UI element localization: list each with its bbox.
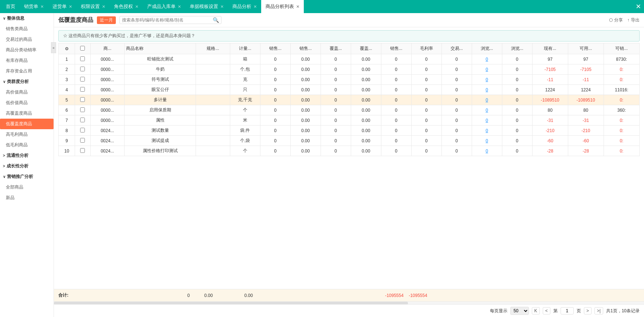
sidebar-item-high-margin[interactable]: 高毛利商品: [0, 129, 54, 140]
per-page-select[interactable]: 50 20 100: [510, 307, 529, 315]
table-row: 50000...多计量克,千克00.0000.0000000-1089510-1…: [59, 95, 640, 105]
row-code: 0000...: [90, 85, 125, 95]
row-stock1: 97: [532, 54, 568, 64]
nav-home[interactable]: 首页: [1, 0, 20, 13]
sidebar-item-low-coverage[interactable]: 低覆盖度商品: [0, 119, 54, 129]
row-stock1: -210: [532, 126, 568, 136]
row-cover2: 0.00: [351, 115, 381, 126]
row-stock1: -28: [532, 146, 568, 156]
close-icon[interactable]: ✕: [102, 4, 105, 9]
row-sales-qty: 0: [260, 64, 290, 75]
row-cover2: 0.00: [351, 95, 381, 105]
col-check[interactable]: [75, 43, 90, 54]
row-cover1: 0: [321, 115, 351, 126]
period-button[interactable]: 近一月: [97, 16, 116, 24]
row-trade: 0: [441, 75, 472, 85]
export-button[interactable]: ↑ 导出: [627, 17, 640, 23]
page-label-after: 页: [577, 308, 581, 314]
row-unit: 米: [230, 115, 260, 126]
row-gross-margin: 0: [411, 136, 441, 146]
row-index: 7: [59, 115, 75, 126]
row-gross-margin: 0: [411, 105, 441, 115]
sidebar-section-overall[interactable]: ∨ 整体信息: [0, 13, 54, 24]
close-icon[interactable]: ✕: [296, 4, 299, 9]
row-browse1: 0: [472, 75, 502, 85]
row-sales2: 0: [381, 136, 411, 146]
nav-roles[interactable]: 角色授权 ✕: [110, 0, 143, 13]
summary-cover2: 0.00: [239, 293, 259, 298]
nav-template-settings[interactable]: 单据模板设置 ✕: [185, 0, 228, 13]
search-input[interactable]: [122, 17, 213, 23]
last-page-button[interactable]: >|: [594, 307, 603, 314]
sidebar-item-low-value[interactable]: 低价值商品: [0, 98, 54, 108]
sidebar-item-low-margin[interactable]: 低毛利商品: [0, 140, 54, 150]
close-icon[interactable]: ✕: [135, 4, 138, 9]
row-sales2: 0: [381, 95, 411, 105]
page-number-input[interactable]: [561, 307, 574, 314]
row-browse1: 0: [472, 85, 502, 95]
row-code: 0000...: [90, 54, 125, 64]
col-gross-margin: 毛利率: [411, 43, 441, 54]
close-all-icon[interactable]: ✕: [636, 3, 641, 11]
next-page-button[interactable]: >: [584, 307, 592, 314]
row-stock2: 80: [568, 105, 604, 115]
sidebar-item-new-goods[interactable]: 新品: [0, 193, 54, 203]
first-page-button[interactable]: K: [532, 307, 540, 314]
row-unit: 克,千克: [230, 95, 260, 105]
row-gross-margin: 0: [411, 64, 441, 75]
summary-stock2: -1095554: [382, 293, 406, 298]
row-stock3: 0:: [604, 136, 639, 146]
row-name: 测试数量: [125, 126, 196, 136]
col-settings[interactable]: ⚙: [59, 43, 75, 54]
search-box[interactable]: 🔍: [119, 16, 221, 24]
share-icon: ⬡: [609, 17, 613, 23]
row-browse2: 0: [502, 54, 532, 64]
sidebar-section-liquidity[interactable]: > 流通性分析: [0, 150, 54, 161]
row-stock3: 8730:: [604, 54, 639, 64]
close-icon[interactable]: ✕: [178, 4, 181, 9]
sidebar-item-high-value[interactable]: 高价值商品: [0, 87, 54, 98]
row-browse1: 0: [472, 64, 502, 75]
nav-sales-order[interactable]: 销货单 ✕: [20, 0, 48, 13]
row-unit: 只: [230, 85, 260, 95]
row-code: 0024...: [90, 136, 125, 146]
row-sales-amt: 0.00: [290, 115, 321, 126]
select-all-checkbox[interactable]: [80, 46, 85, 51]
prev-page-button[interactable]: <: [543, 307, 550, 314]
sidebar-section-growth[interactable]: > 成长性分析: [0, 161, 54, 171]
row-sales-qty: 0: [260, 136, 290, 146]
close-icon[interactable]: ✕: [220, 4, 224, 9]
sidebar-section-marketing[interactable]: ∨ 营销推广分析: [0, 171, 54, 182]
row-code: 0000...: [90, 115, 125, 126]
close-icon[interactable]: ✕: [40, 4, 44, 9]
sidebar-section-cluster[interactable]: ∨ 类群度分析: [0, 76, 54, 87]
sidebar-collapse-button[interactable]: «: [51, 42, 56, 53]
chevron-right-icon: >: [3, 154, 5, 158]
nav-permissions[interactable]: 权限设置 ✕: [76, 0, 110, 13]
row-browse2: 0: [502, 85, 532, 95]
nav-purchase[interactable]: 进货单 ✕: [48, 0, 76, 13]
sidebar-item-stock-capital[interactable]: 库存资金占用: [0, 66, 54, 76]
row-index: 3: [59, 75, 75, 85]
nav-product-analysis[interactable]: 商品分析 ✕: [228, 0, 261, 13]
row-cover2: 0.00: [351, 75, 381, 85]
table-row: 20000...牛奶个,包00.0000.0000000-7105-71050:: [59, 64, 640, 75]
close-icon[interactable]: ✕: [254, 4, 257, 9]
row-sales-qty: 0: [260, 105, 290, 115]
sidebar-item-sales-goods[interactable]: 销售类商品: [0, 24, 54, 34]
row-name: 多计量: [125, 95, 196, 105]
table-container[interactable]: ⚙ 商... 商品名称 规格... 计量... 销售... 销售... 覆盖..…: [54, 43, 644, 289]
col-cover2: 覆盖...: [351, 43, 381, 54]
close-icon[interactable]: ✕: [69, 4, 72, 9]
sidebar-item-traded-goods[interactable]: 交易过的商品: [0, 34, 54, 45]
nav-product-analysis-list[interactable]: 商品分析列表 ✕: [261, 0, 304, 13]
sidebar-item-stocked-goods[interactable]: 有库存商品: [0, 55, 54, 66]
sidebar-item-high-coverage[interactable]: 高覆盖度商品: [0, 108, 54, 119]
share-button[interactable]: ⬡ 分享: [609, 17, 623, 23]
row-cover1: 0: [321, 105, 351, 115]
sidebar-item-category-sales-rate[interactable]: 商品分类动销率: [0, 45, 54, 55]
header-actions: ⬡ 分享 ↑ 导出: [609, 17, 640, 23]
nav-product-storage[interactable]: 产成品入库单 ✕: [143, 0, 185, 13]
row-sales-qty: 0: [260, 95, 290, 105]
sidebar-item-all-goods[interactable]: 全部商品: [0, 182, 54, 193]
